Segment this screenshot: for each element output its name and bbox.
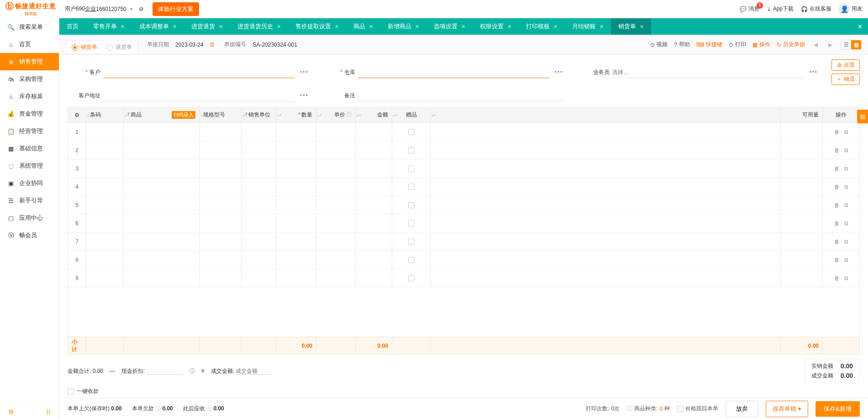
col-qty[interactable]: ▴▾数量 [276,107,316,122]
collect-checkbox[interactable] [68,388,74,395]
copy-icon[interactable]: ⧉ [844,239,848,245]
view-list[interactable]: ☰ [841,40,851,49]
copy-icon[interactable]: ⧉ [844,220,848,227]
copy-icon[interactable]: ⧉ [844,147,848,154]
copy-icon[interactable]: ⧉ [844,184,848,190]
video-link[interactable]: ⊙视频 [650,41,668,48]
gift-checkbox[interactable] [408,202,415,208]
copy-icon[interactable]: ⧉ [844,165,848,172]
collapse-icon[interactable]: ⟨⟨ [46,408,51,415]
sidebar-item-2[interactable]: ⊕销售管理 [0,53,59,70]
user-menu[interactable]: 👤用友 [839,4,863,15]
sidebar-item-11[interactable]: ▢应用中心 [0,209,59,227]
prev-button[interactable]: ◀ [811,41,820,49]
table-row[interactable]: 6🗑⧉ [68,214,859,233]
col-price[interactable]: ▴▾单价ⓘ [316,107,356,122]
col-amount[interactable]: ▴▾金额 [356,107,392,122]
col-spec[interactable]: ▴▾规格型号 [200,107,242,122]
calendar-icon[interactable]: 🗓 [210,42,215,48]
gift-checkbox[interactable] [408,220,415,227]
delete-icon[interactable]: 🗑 [834,202,840,208]
remark-input[interactable] [358,90,563,101]
sidebar-item-0[interactable]: 🔍搜索菜单 [0,18,59,36]
close-icon[interactable]: ✕ [219,24,223,30]
delete-icon[interactable]: 🗑 [834,184,840,190]
close-icon[interactable]: ✕ [277,24,281,30]
close-icon[interactable]: ✕ [553,24,558,30]
customer-input[interactable] [103,66,295,78]
tabs-close-all[interactable]: ✕ [852,18,868,35]
close-icon[interactable]: ✕ [461,24,465,30]
shortcut-link[interactable]: ⌨快捷键 [696,41,722,48]
close-icon[interactable]: ✕ [121,24,125,30]
save-draft-button[interactable]: 保存草稿▾ [766,401,808,417]
tab-12[interactable]: 销货单✕ [611,18,651,35]
user-switcher[interactable]: 用户690企业1660120750 ▾ ⚙ [65,5,147,13]
sidebar-item-12[interactable]: Ⓥ畅会员 [0,227,59,244]
delete-icon[interactable]: 🗑 [834,147,840,154]
help-link[interactable]: ?帮助 [674,41,690,48]
msg-button[interactable]: 💬消息6 [740,5,759,13]
next-button[interactable]: ▶ [826,41,834,49]
tab-1[interactable]: 零售开单✕ [86,18,132,35]
copy-icon[interactable]: ⧉ [844,202,848,208]
col-settings[interactable]: ⚙ [68,107,86,122]
table-row[interactable]: 7🗑⧉ [68,233,859,251]
col-gift[interactable]: ▴▾赠品 [392,107,431,122]
table-row[interactable]: 3🗑⧉ [68,159,859,178]
close-icon[interactable]: ✕ [415,24,419,30]
scan-tag[interactable]: 扫码录入 [172,111,195,119]
discard-button[interactable]: 放弃 [726,401,758,417]
download-button[interactable]: ⤓App下载 [767,5,794,13]
tab-5[interactable]: 售价提取设置✕ [288,18,346,35]
gift-checkbox[interactable] [408,257,415,263]
track-toggle[interactable]: 价格跟踪本单 [677,405,718,413]
table-row[interactable]: 2🗑⧉ [68,141,859,159]
sales-input[interactable] [612,66,804,78]
gift-checkbox[interactable] [408,147,415,154]
sidebar-item-8[interactable]: ◌系统管理 [0,157,59,175]
sidebar-item-10[interactable]: ☰新手引导 [0,192,59,209]
sidebar-item-9[interactable]: ▣企业协同 [0,175,59,192]
radio-return[interactable] [106,44,113,51]
table-row[interactable]: 1🗑⧉ [68,123,859,141]
tab-2[interactable]: 成本调整单✕ [132,18,184,35]
tab-4[interactable]: 进货退货历史✕ [230,18,288,35]
warehouse-input[interactable] [358,66,549,78]
customer-picker[interactable]: ••• [300,69,309,75]
tab-8[interactable]: 选项设置✕ [426,18,473,35]
close-icon[interactable]: ✕ [335,24,339,30]
copy-icon[interactable]: ⧉ [844,129,848,135]
addr-picker[interactable]: ••• [300,92,309,99]
print-link[interactable]: ⊙打印 [729,41,746,48]
history-link[interactable]: ↻历史单据 [777,41,805,48]
set-button[interactable]: ⚙设置 [831,59,860,71]
gift-checkbox[interactable] [408,239,415,245]
cta-button[interactable]: 体验行业方案 [153,2,199,16]
addr-input[interactable] [103,90,295,101]
gift-checkbox[interactable] [408,275,415,281]
help-icon[interactable]: ⓘ [189,367,195,375]
tab-0[interactable]: 首页 [59,18,86,35]
gift-checkbox[interactable] [408,129,415,135]
gift-checkbox[interactable] [408,165,415,172]
tab-9[interactable]: 权限设置✕ [473,18,519,35]
sidebar-item-5[interactable]: 💰资金管理 [0,105,59,122]
col-product[interactable]: ▴▾商品扫码录入 [124,107,200,122]
table-row[interactable]: 8🗑⧉ [68,251,859,269]
sidebar-item-6[interactable]: 📋经营管理 [0,122,59,140]
col-barcode[interactable]: ▴▾条码 [86,107,124,122]
delete-icon[interactable]: 🗑 [834,165,840,172]
disc-input[interactable] [147,368,183,375]
col-avail[interactable]: 可用量 [781,107,823,122]
delete-icon[interactable]: 🗑 [834,129,840,135]
gift-checkbox[interactable] [408,184,415,190]
table-row[interactable]: 5🗑⧉ [68,196,859,214]
radio-sell[interactable] [72,44,78,51]
close-icon[interactable]: ✕ [507,24,511,30]
delete-icon[interactable]: 🗑 [834,257,840,263]
delete-icon[interactable]: 🗑 [834,239,840,245]
ship-button[interactable]: ＋物流 [831,74,860,85]
delete-icon[interactable]: 🗑 [834,275,840,281]
tab-7[interactable]: 新增商品✕ [380,18,426,35]
